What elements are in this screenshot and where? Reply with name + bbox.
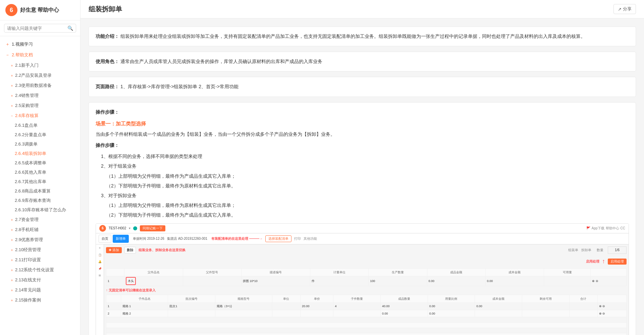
plus-icon-payment: ＋ — [10, 278, 14, 283]
col-select — [106, 268, 124, 276]
sidebar-item-docs[interactable]: － 2.帮助文档 — [0, 50, 80, 60]
sidebar-item-assembly[interactable]: 2.6.4组装拆卸单 — [0, 149, 80, 158]
role-text: 通常由生产人员或库管人员完成拆装业务的操作，库管人员确认原材料的出库和产成品的入… — [120, 59, 322, 64]
annotation-enable: 启用处理 — [586, 259, 599, 265]
plus-icon-sales: ＋ — [10, 93, 14, 98]
step2-sub2: （2）下部明细为子件明细，最终作为原材料生成其它出库单。 — [106, 182, 629, 190]
path-card: 页面路径： 1、库存核算->库存管理->组装拆卸单 2、首页->常用功能 — [89, 77, 636, 97]
mock-sidebar-icon-3: 🔔 — [98, 260, 102, 264]
col-avail: 可用量 — [544, 268, 591, 276]
intro-text: 组装拆卸单用来处理企业组装或拆卸等加工业务，支持有固定装配清单的产品加工业务，也… — [120, 34, 585, 39]
mock-tab-assembly[interactable]: 新增单 — [113, 235, 129, 243]
sidebar-item-system[interactable]: ＋ 2.12系统个性化设置 — [0, 265, 80, 275]
mock-logo-icon: 6 — [99, 225, 106, 232]
sidebar-item-video[interactable]: ＋ 1.视频学习 — [0, 39, 80, 50]
sidebar-item-data[interactable]: ＋ 2.3使用前数据准备 — [0, 80, 80, 91]
sidebar-item-payment[interactable]: ＋ 2.13在线支付 — [0, 275, 80, 285]
sidebar-item-stocktake[interactable]: 2.6.1盘点单 — [0, 121, 80, 130]
role-label: 使用角色： — [96, 59, 119, 64]
path-label: 页面路径： — [96, 84, 119, 89]
sidebar-item-mobile[interactable]: ＋ 2.8手机旺辅 — [0, 225, 80, 235]
path-text: 1、库存核算->库存管理->组装拆卸单 2、首页->常用功能 — [120, 84, 238, 89]
plus-icon-print: ＋ — [10, 258, 14, 263]
intro-card: 功能介绍： 组装拆卸单用来处理企业组装或拆卸等加工业务，支持有固定装配清单的产品… — [89, 26, 636, 46]
sidebar-item-adjust[interactable]: 2.6.3调拨单 — [0, 139, 80, 149]
sidebar-item-install[interactable]: ＋ 2.2产品安装及登录 — [0, 70, 80, 80]
sidebar-item-sales[interactable]: ＋ 2.4销售管理 — [0, 91, 80, 101]
table-row — [106, 333, 627, 335]
sidebar-item-ledger-error[interactable]: 2.6.10库存账本错了怎么办 — [0, 205, 80, 215]
sidebar-item-other-in[interactable]: 2.6.6其他入库单 — [0, 168, 80, 177]
sidebar-item-new[interactable]: ＋ 2.1新手入门 — [0, 60, 80, 70]
plus-icon-faq: ＋ — [10, 288, 14, 293]
mock-content-area: ≡ 📋 🔔 📌 ⊞ ✚ 添加 删除 组装业务、 — [96, 244, 629, 335]
minus-icon-inventory: － — [10, 113, 14, 118]
scene1-title: 场景一：加工类型选择 — [96, 119, 629, 128]
search-box[interactable]: 🔍 — [4, 24, 76, 33]
col-cost: 成本金额 — [485, 268, 544, 276]
mock-child-table: 子件品名 批次编号 规格型号 单位 单价 子件数量 成品数量 用量比例 成本金额 — [106, 295, 627, 335]
share-button[interactable]: ↗ 分享 — [613, 4, 636, 14]
step2-sub1: （1）上部明细为父件明细，最终作为产成品生成其它入库单； — [106, 172, 629, 180]
plus-icon-system: ＋ — [10, 268, 14, 273]
sidebar-item-cost[interactable]: 2.6.5成本调整单 — [0, 158, 80, 168]
mock-app: 6 TEST-H002 ▾ 同期记账一下 🚩 App下载 帮助中心 CC — [96, 224, 629, 335]
search-icon[interactable]: 🔍 — [67, 25, 73, 31]
plus-icon-funds: ＋ — [10, 217, 14, 222]
mock-tabs: 自页 新增单 单据时间 2019-12-26 集团店 AD-201912260-… — [96, 233, 629, 244]
mock-sidebar-icon-5: ⊞ — [99, 273, 101, 278]
col-parent-model: 父件型号 — [183, 268, 241, 276]
share-icon: ↗ — [618, 7, 622, 12]
sidebar-item-coupon[interactable]: ＋ 2.9优惠券管理 — [0, 235, 80, 245]
table-row: 1 木头 拼图 10*10 件 100 0.00 0.00 — [106, 276, 627, 286]
steps-card: 操作步骤： 场景一：加工类型选择 当由多个子件材料组装成一个成品的业务为【组装】… — [89, 102, 636, 335]
step3: 3、对于拆卸业务 — [101, 191, 629, 200]
sidebar-item-faq[interactable]: ＋ 2.14常见问题 — [0, 285, 80, 295]
plus-icon-mobile: ＋ — [10, 227, 14, 232]
expand-icon-docs: － — [5, 52, 10, 58]
sidebar-item-ops[interactable]: ＋ 2.10经营管理 — [0, 245, 80, 255]
intro-label: 功能介绍： — [96, 34, 119, 39]
docs-subitems: ＋ 2.1新手入门 ＋ 2.2产品安装及登录 ＋ 2.3使用前数据准备 ＋ 2.… — [0, 60, 80, 305]
step1: 1、根据不同的业务，选择不同单据的类型来处理 — [101, 152, 629, 161]
topbar: 组装拆卸单 ↗ 分享 — [80, 0, 644, 18]
sidebar-header: 6 好生意 帮助中心 — [0, 0, 80, 20]
col-desc-no: 描述编号 — [241, 268, 310, 276]
sidebar-item-goods-cost[interactable]: 2.6.8商品成本重算 — [0, 186, 80, 196]
step3-sub1: （1）上部明细为父件明细，最终作为原材料生成其它出库单； — [106, 201, 629, 210]
mock-select-bom-btn[interactable]: 选择装配清单 — [265, 235, 291, 242]
steps-title: 操作步骤： — [96, 108, 629, 116]
scene1-steps-title: 操作步骤： — [96, 141, 629, 150]
mock-enable-btn[interactable]: 启用处理 — [608, 259, 627, 265]
mock-newdoc-btn[interactable]: 同期记账一下 — [140, 225, 165, 231]
sidebar-item-purchase[interactable]: ＋ 2.5采购管理 — [0, 101, 80, 111]
plus-icon-ops: ＋ — [10, 247, 14, 253]
sidebar-item-partial[interactable]: 2.6.2分量盘点单 — [0, 130, 80, 139]
mock-user-icon: CC — [621, 225, 625, 231]
table-row: 2 规格 2 0.00 0.00 — [106, 310, 627, 317]
mock-delete-btn[interactable]: 删除 — [124, 247, 136, 254]
mock-add-btn[interactable]: ✚ 添加 — [106, 247, 122, 253]
plus-icon-install: ＋ — [10, 73, 14, 78]
search-input[interactable] — [7, 26, 67, 31]
mock-mini-sidebar: ≡ 📋 🔔 📌 ⊞ — [96, 244, 104, 335]
sidebar-item-inventory[interactable]: － 2.6库存核算 — [0, 111, 80, 121]
mock-flag-icon: 🚩 — [586, 225, 590, 231]
col-amount: 成品金额 — [427, 268, 485, 276]
mock-help-icon: 帮助中心 — [606, 225, 619, 231]
step2: 2、对于组装业务 — [101, 162, 629, 170]
sidebar-item-other-out[interactable]: 2.6.7其他出库单 — [0, 177, 80, 186]
table-row — [106, 328, 627, 333]
sidebar-item-cases[interactable]: ＋ 2.15操作案例 — [0, 295, 80, 305]
table-row — [106, 317, 627, 322]
sidebar-item-ledger-query[interactable]: 2.6.9库存账本查询 — [0, 196, 80, 205]
mock-top-icons: 🚩 App下载 帮助中心 CC — [586, 225, 625, 231]
page-title: 组装拆卸单 — [89, 5, 122, 14]
mock-sidebar-icon-1: ≡ — [99, 246, 101, 250]
col-unit: 计量单位 — [310, 268, 369, 276]
mock-tab-home[interactable]: 自页 — [99, 235, 111, 243]
expand-icon-video: ＋ — [5, 41, 10, 47]
sidebar-item-funds[interactable]: ＋ 2.7资金管理 — [0, 215, 80, 225]
col-actions — [591, 268, 627, 276]
sidebar-item-print[interactable]: ＋ 2.11打印设置 — [0, 255, 80, 265]
